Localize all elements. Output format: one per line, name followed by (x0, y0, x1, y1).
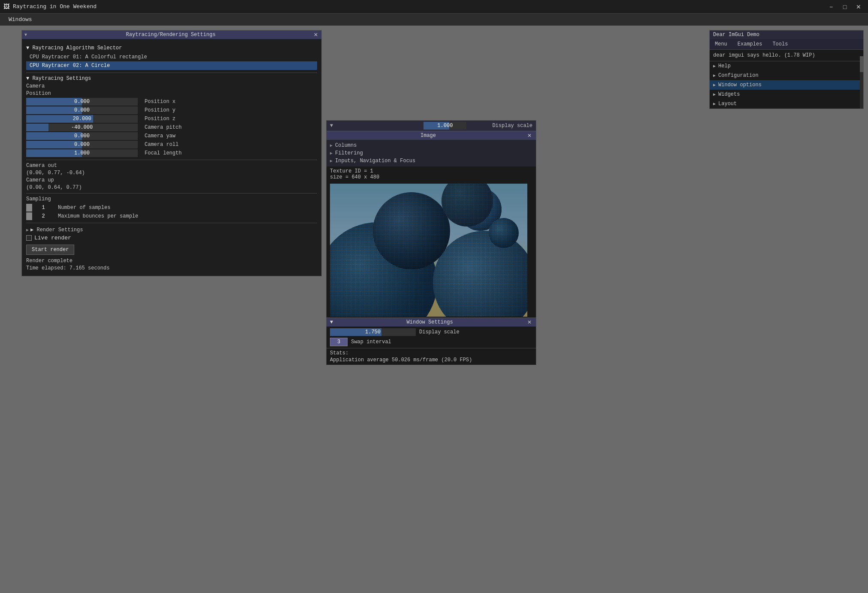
sphere-tiny (489, 218, 519, 248)
demo-tree-configuration-label: Configuration (718, 73, 759, 79)
divider-1 (26, 73, 317, 73)
widgets-arrow-icon: ▶ (713, 92, 716, 97)
divider-4 (26, 223, 317, 223)
stats-section: Stats: Application average 50.026 ms/fra… (327, 348, 536, 365)
rt-settings-content: ▼ Raytracing Algorithm Selector CPU Rayt… (22, 39, 321, 276)
window-settings-window: ▼ Window Settings ✕ 1.750 Display scale … (326, 318, 536, 365)
time-elapsed: Time elapsed: 7.165 seconds (26, 265, 317, 271)
image-window-title-bar[interactable]: Image ✕ (327, 131, 536, 140)
demo-scrollbar[interactable] (860, 56, 863, 109)
live-render-checkbox[interactable] (26, 235, 32, 241)
camera-roll-label: Camera roll (145, 142, 178, 148)
algorithm-selector-header[interactable]: ▼ Raytracing Algorithm Selector (26, 45, 317, 51)
demo-tree-layout[interactable]: ▶ Layout (710, 99, 863, 109)
window-settings-title-bar[interactable]: ▼ Window Settings ✕ (327, 318, 536, 327)
demo-title-bar[interactable]: Dear ImGui Demo (710, 30, 863, 39)
rt-settings-close-button[interactable]: ✕ (313, 32, 319, 38)
camera-yaw-value: 0.000 (74, 133, 90, 139)
camera-out-label: Camera out (26, 163, 317, 169)
position-z-value: 20.000 (73, 116, 91, 122)
camera-roll-slider[interactable]: 0.000 (26, 141, 138, 148)
camera-pitch-value: -40.000 (71, 124, 93, 130)
columns-arrow-icon: ▶ (330, 143, 333, 148)
demo-tree-widgets[interactable]: ▶ Widgets (710, 90, 863, 99)
camera-pitch-slider[interactable]: -40.000 (26, 124, 138, 131)
image-window-close-button[interactable]: ✕ (526, 133, 532, 139)
demo-menu-examples[interactable]: Examples (732, 40, 768, 48)
render-settings-header[interactable]: ▶ ▶ Render Settings (26, 227, 317, 233)
position-y-slider[interactable]: 0.000 (26, 106, 138, 114)
help-arrow-icon: ▶ (713, 64, 716, 69)
raytracing-settings-window: ▼ Raytracing/Rendering Settings ✕ ▼ Rayt… (21, 30, 322, 276)
display-scale-slider[interactable]: 1.000 (423, 122, 466, 130)
demo-menu-menu[interactable]: Menu (710, 40, 732, 48)
raytracing-settings-header-text: ▼ Raytracing Settings (26, 76, 91, 82)
app-title: Raytracing in One Weekend (13, 3, 97, 10)
sampling-row-0: 1 Number of samples (26, 204, 317, 212)
win-swap-interval-label: Swap interval (351, 339, 391, 345)
configuration-arrow-icon: ▶ (713, 73, 716, 78)
focal-length-slider[interactable]: 1.000 (26, 149, 138, 157)
collapse-arrow-icon: ▼ (24, 33, 27, 37)
inputs-label: Inputs, Navigation & Focus (335, 158, 415, 164)
demo-tree-help[interactable]: ▶ Help (710, 61, 863, 71)
camera-out-value: (0.00, 0.77, -0.64) (26, 170, 317, 176)
layout-arrow-icon: ▶ (713, 101, 716, 106)
render-settings-arrow-icon: ▶ (26, 227, 29, 233)
param-row-camera-roll: 0.000 Camera roll (26, 141, 317, 148)
focal-length-value: 1.000 (74, 150, 90, 156)
image-preview (330, 184, 527, 317)
render-status: Render complete (26, 258, 317, 264)
demo-tree-window-options[interactable]: ▶ Window options (710, 80, 863, 90)
raytracing-settings-header[interactable]: ▼ Raytracing Settings (26, 76, 317, 82)
position-x-slider[interactable]: 0.000 (26, 98, 138, 106)
bounces-value: 2 (35, 213, 52, 219)
image-sub-panels: ▶ Columns ▶ Filtering ▶ Inputs, Navigati… (327, 140, 536, 166)
win-swap-interval-row: 3 Swap interval (330, 338, 532, 346)
swap-interval-button[interactable]: 3 (330, 338, 348, 346)
inputs-nav-focus-subitem[interactable]: ▶ Inputs, Navigation & Focus (330, 157, 532, 165)
start-render-button[interactable]: Start render (26, 245, 74, 255)
position-z-slider[interactable]: 20.000 (26, 115, 138, 123)
bounces-slider-handle[interactable] (26, 212, 32, 220)
columns-subitem[interactable]: ▶ Columns (330, 142, 532, 149)
param-row-camera-pitch: -40.000 Camera pitch (26, 124, 317, 131)
close-button[interactable]: ✕ (853, 3, 865, 11)
camera-up-value: (0.00, 0.64, 0.77) (26, 185, 317, 191)
demo-tree-configuration[interactable]: ▶ Configuration (710, 71, 863, 80)
filtering-label: Filtering (335, 150, 363, 156)
camera-yaw-slider[interactable]: 0.000 (26, 132, 138, 140)
demo-tree-layout-label: Layout (718, 101, 737, 107)
display-scale-icon: ▼ (330, 123, 333, 129)
inputs-arrow-icon: ▶ (330, 158, 333, 163)
menu-item-windows[interactable]: Windows (3, 15, 37, 24)
stats-value: Application average 50.026 ms/frame (20.… (330, 357, 532, 363)
live-render-row: Live render (26, 235, 317, 241)
demo-hello-text: dear imgui says hello. (1.78 WIP) (710, 50, 863, 61)
position-label: Position (26, 91, 317, 97)
win-display-scale-slider[interactable]: 1.750 (330, 328, 416, 336)
minimize-button[interactable]: − (825, 3, 837, 11)
position-x-value: 0.000 (74, 99, 90, 105)
algorithm-option-1[interactable]: CPU Raytracer 02: A Circle (26, 61, 317, 70)
param-row-focal-length: 1.000 Focal length (26, 149, 317, 157)
algorithm-option-0[interactable]: CPU Raytracer 01: A Colorful rectangle (26, 53, 317, 61)
camera-yaw-label: Camera yaw (145, 133, 175, 139)
rt-settings-title: Raytracing/Rendering Settings (29, 32, 313, 38)
texture-id-text: Texture ID = 1 (330, 168, 532, 174)
samples-value: 1 (35, 205, 52, 211)
samples-slider-handle[interactable] (26, 204, 32, 212)
filtering-subitem[interactable]: ▶ Filtering (330, 149, 532, 157)
app-icon: 🖼 (3, 3, 9, 10)
window-settings-close-button[interactable]: ✕ (526, 319, 532, 325)
demo-menu-tools[interactable]: Tools (767, 40, 793, 48)
param-row-camera-yaw: 0.000 Camera yaw (26, 132, 317, 140)
camera-label: Camera (26, 83, 317, 89)
position-y-label: Position y (145, 107, 175, 113)
position-x-label: Position x (145, 99, 175, 105)
maximize-button[interactable]: □ (839, 3, 851, 11)
position-z-label: Position z (145, 116, 175, 122)
columns-label: Columns (335, 142, 357, 148)
algorithm-header-text: ▼ Raytracing Algorithm Selector (26, 45, 122, 51)
rt-settings-title-bar[interactable]: ▼ Raytracing/Rendering Settings ✕ (22, 30, 321, 39)
